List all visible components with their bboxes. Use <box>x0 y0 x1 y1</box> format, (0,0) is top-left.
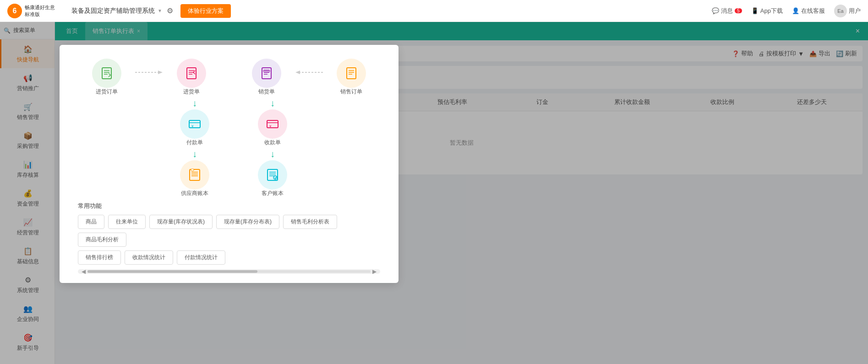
func-btn-receipt-stats[interactable]: 收款情况统计 <box>125 250 173 265</box>
func-btn-stock-status[interactable]: 现存量(库存状况表) <box>149 215 213 229</box>
sales-circle <box>252 59 281 88</box>
payment-icon: ¥ <box>187 117 202 131</box>
flow-node-purchase-order: 进货订单 <box>78 59 135 96</box>
flow-node-purchase: 进货单 <box>163 59 220 96</box>
arrow-down-supplier: ↓ <box>192 149 197 158</box>
app-download-button[interactable]: 📱 App下载 <box>751 7 783 15</box>
func-btn-product-margin[interactable]: 商品毛利分析 <box>78 233 126 247</box>
modal-dialog: 进货订单 <box>60 45 399 283</box>
supplier-account-label: 供应商账本 <box>181 190 208 197</box>
purchase-label: 进货单 <box>183 88 200 96</box>
customer-account-circle <box>258 160 287 190</box>
flow-row-3: ↓ 供应商账本 <box>78 149 380 197</box>
svg-marker-5 <box>158 71 163 74</box>
message-badge: 5 <box>735 8 742 13</box>
svg-rect-21 <box>189 120 200 128</box>
modal-scrollbar: ◀ ▶ <box>78 269 380 274</box>
func-btn-sales-ranking[interactable]: 销售排行榜 <box>78 250 121 265</box>
func-btn-product[interactable]: 商品 <box>78 215 104 229</box>
func-buttons-row1: 商品 往来单位 现存量(库存状况表) 现存量(库存分布表) 销售毛利分析表 商品… <box>78 215 380 247</box>
flow-arrow-2 <box>295 69 323 86</box>
flow-node-payment: ↓ ¥ 付款单 <box>165 98 224 147</box>
svg-rect-0 <box>102 68 111 79</box>
logo-text: 畅康通好生意 标准版 <box>25 4 55 17</box>
system-title: 装备及固定资产辅助管理系统 ▼ <box>71 7 162 15</box>
avatar: Ea <box>834 5 847 17</box>
online-service-button[interactable]: 👤 在线客服 <box>792 7 825 15</box>
purchase-order-icon <box>99 66 114 81</box>
receipt-circle: ¥ <box>258 109 287 139</box>
modal-body: 进货订单 <box>60 45 399 283</box>
flow-node-supplier-account: ↓ 供应商账本 <box>165 149 224 197</box>
common-functions-title: 常用功能 <box>78 202 380 210</box>
flow-node-receipt: ↓ ¥ 收款单 <box>243 98 302 147</box>
receipt-label: 收款单 <box>264 139 281 147</box>
supplier-account-circle <box>180 160 209 190</box>
modal-overlay[interactable]: 进货订单 <box>0 22 868 364</box>
message-icon: 💬 <box>712 7 719 14</box>
purchase-order-label: 进货订单 <box>96 88 118 96</box>
svg-rect-31 <box>191 169 194 171</box>
download-icon: 📱 <box>751 7 759 14</box>
arrow-down-customer: ↓ <box>270 149 275 158</box>
svg-rect-24 <box>267 120 278 128</box>
dropdown-arrow-icon[interactable]: ▼ <box>158 8 162 13</box>
arrow-down-payment: ↓ <box>192 98 197 108</box>
payment-circle: ¥ <box>180 109 209 139</box>
arrow-down-receipt: ↓ <box>270 98 275 108</box>
svg-text:¥: ¥ <box>269 124 272 128</box>
func-buttons-row2: 销售排行榜 收款情况统计 付款情况统计 <box>78 250 380 265</box>
arrow-h2-icon <box>295 69 323 76</box>
payment-label: 付款单 <box>186 139 203 147</box>
sales-icon <box>259 66 274 81</box>
settings-icon[interactable]: ⚙ <box>167 6 173 15</box>
flow-node-customer-account: ↓ 客户账本 <box>243 149 302 197</box>
logo-area: 6 畅康通好生意 标准版 <box>7 4 62 18</box>
scrollbar-thumb <box>87 270 257 273</box>
receipt-icon: ¥ <box>265 117 280 131</box>
sales-order-circle <box>337 59 366 88</box>
arrow-h1-icon <box>135 69 163 76</box>
func-btn-sales-margin[interactable]: 销售毛利分析表 <box>283 215 337 229</box>
top-right-area: 💬 消息 5 📱 App下载 👤 在线客服 Ea 用户 <box>712 5 861 17</box>
func-btn-stock-dist[interactable]: 现存量(库存分布表) <box>216 215 279 229</box>
logo-icon: 6 <box>7 4 22 18</box>
svg-rect-27 <box>190 169 200 180</box>
common-functions-section: 常用功能 商品 往来单位 现存量(库存状况表) 现存量(库存分布表) 销售毛利分… <box>78 202 380 265</box>
flow-diagram: 进货订单 <box>78 59 380 197</box>
user-area[interactable]: Ea 用户 <box>834 5 861 17</box>
service-icon: 👤 <box>792 7 799 14</box>
purchase-icon <box>184 66 199 81</box>
flow-node-sales: 销货单 <box>238 59 295 96</box>
flow-row-2: ↓ ¥ 付款单 ↓ <box>78 98 380 147</box>
scrollbar-right-arrow[interactable]: ▶ <box>371 268 378 275</box>
purchase-circle <box>177 59 206 88</box>
flow-row-1: 进货订单 <box>78 59 380 96</box>
flow-arrow-1 <box>135 69 163 86</box>
svg-marker-16 <box>295 71 300 74</box>
svg-rect-32 <box>267 169 278 180</box>
message-button[interactable]: 💬 消息 5 <box>712 7 742 15</box>
customer-account-label: 客户账本 <box>262 190 284 197</box>
flow-node-sales-order: 销售订单 <box>323 59 380 96</box>
customer-account-icon <box>265 168 280 182</box>
try-button[interactable]: 体验行业方案 <box>180 4 231 18</box>
svg-rect-10 <box>262 68 271 79</box>
top-bar: 6 畅康通好生意 标准版 装备及固定资产辅助管理系统 ▼ ⚙ 体验行业方案 💬 … <box>0 0 868 22</box>
sales-order-label: 销售订单 <box>340 88 362 96</box>
func-btn-contacts[interactable]: 往来单位 <box>108 215 146 229</box>
svg-text:¥: ¥ <box>191 124 194 128</box>
sales-order-icon <box>344 66 359 81</box>
sales-label: 销货单 <box>258 88 275 96</box>
func-btn-payment-stats[interactable]: 付款情况统计 <box>177 250 225 265</box>
scrollbar-track <box>87 270 371 273</box>
scrollbar-left-arrow[interactable]: ◀ <box>80 268 87 275</box>
purchase-order-circle <box>92 59 121 88</box>
supplier-account-icon <box>187 168 202 182</box>
svg-rect-17 <box>347 68 356 79</box>
